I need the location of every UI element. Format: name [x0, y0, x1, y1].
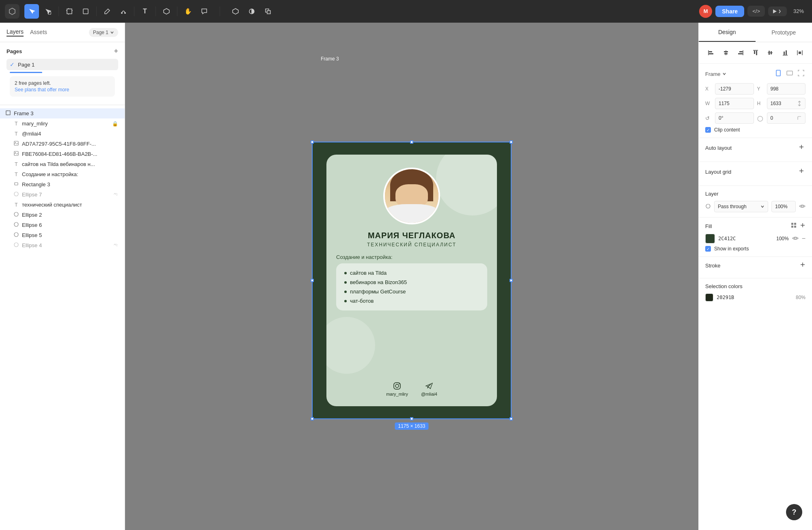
clip-content-checkbox[interactable]: ✓ — [705, 127, 711, 133]
rot-row: ↺ 0° ◯ 0 — [705, 112, 806, 124]
layout-grid-header: Layout grid — [705, 167, 806, 177]
separator5 — [177, 6, 177, 16]
x-input[interactable]: -1279 — [715, 83, 754, 95]
fill-title: Fill — [705, 223, 712, 229]
align-middle-v-btn[interactable] — [764, 47, 776, 58]
share-button[interactable]: Share — [715, 6, 744, 17]
fill-color-swatch[interactable] — [705, 234, 715, 243]
frame-dropdown[interactable]: Frame — [705, 71, 726, 77]
layer-img1[interactable]: AD7A7297-95C5-41F8-98FF-... — [0, 139, 125, 149]
layer-visibility-btn[interactable] — [799, 203, 806, 210]
pen-tool[interactable] — [100, 4, 114, 19]
align-left-btn[interactable] — [705, 47, 717, 58]
user-avatar[interactable]: M — [699, 5, 712, 18]
add-auto-layout-btn[interactable] — [797, 143, 806, 153]
distribute-h-btn[interactable] — [794, 47, 806, 58]
layer-tool[interactable] — [261, 4, 275, 19]
align-right-btn[interactable] — [735, 47, 746, 58]
layer-opacity-input[interactable]: 100% — [771, 201, 796, 212]
layer-rect3[interactable]: Rectangle 3 — [0, 179, 125, 190]
tab-layers[interactable]: Layers — [6, 28, 24, 37]
add-layout-grid-btn[interactable] — [797, 167, 806, 177]
layer-ellipse7[interactable]: Ellipse 7 — [0, 190, 125, 200]
svg-rect-7 — [83, 9, 88, 14]
contrast-tool[interactable] — [244, 4, 259, 19]
portrait-icon[interactable] — [774, 69, 783, 79]
layer-mode-select[interactable]: Pass through — [714, 201, 768, 212]
show-exports-checkbox[interactable]: ✓ — [705, 246, 711, 252]
layer-img2[interactable]: FBE76084-ED81-466B-BA2B-... — [0, 149, 125, 159]
canvas-area[interactable]: Frame 3 МАРИЯ ЧЕГЛАКОВА технический спец… — [125, 23, 698, 530]
layout-grid-title: Layout grid — [705, 169, 731, 175]
bullet-icon4 — [344, 300, 347, 302]
components-tool[interactable] — [159, 4, 174, 19]
tab-prototype[interactable]: Prototype — [756, 23, 812, 42]
logo-icon[interactable] — [5, 4, 19, 19]
layer-ellipse4[interactable]: Ellipse 4 — [0, 240, 125, 250]
check-icon: ✓ — [706, 128, 710, 132]
zoom-level[interactable]: 32% — [790, 8, 807, 14]
w-input[interactable]: 1175 — [715, 98, 754, 109]
fill-visibility-btn[interactable] — [792, 236, 799, 242]
frame-tool[interactable] — [62, 4, 77, 19]
text-tool[interactable]: T — [138, 4, 152, 19]
svg-rect-65 — [791, 223, 793, 225]
resize-icon[interactable] — [797, 69, 806, 79]
layer-ellipse5[interactable]: Ellipse 5 — [0, 230, 125, 240]
corner-input[interactable]: 0 — [767, 112, 806, 124]
svg-rect-66 — [794, 223, 796, 225]
page-item-1[interactable]: ✓ Page 1 — [6, 59, 118, 70]
layer-creation[interactable]: T Создание и настройка: — [0, 169, 125, 179]
layer-ellipse6[interactable]: Ellipse 6 — [0, 220, 125, 230]
fill-color-hex[interactable]: 2C412C — [718, 236, 769, 241]
layer-name: Ellipse 5 — [22, 232, 118, 238]
right-panel-tabs: Design Prototype — [699, 23, 812, 42]
ellipse-icon5 — [13, 242, 19, 248]
y-input[interactable]: 998 — [767, 83, 806, 95]
select-tool[interactable] — [24, 4, 39, 19]
help-button[interactable]: ? — [786, 504, 802, 520]
sel-color-hex[interactable]: 20291B — [717, 295, 793, 300]
landscape-icon[interactable] — [785, 69, 794, 79]
tab-design[interactable]: Design — [699, 23, 756, 42]
align-center-h-btn[interactable] — [720, 47, 732, 58]
hand-tool[interactable]: ✋ — [181, 4, 195, 19]
comment-tool[interactable] — [197, 4, 212, 19]
h-input[interactable]: 1633 — [767, 98, 806, 109]
pen-tool2[interactable] — [116, 4, 131, 19]
boolean-tool[interactable] — [228, 4, 243, 19]
svg-point-9 — [124, 12, 126, 14]
layer-ellipse2[interactable]: Ellipse 2 — [0, 210, 125, 220]
fill-opacity-value[interactable]: 100% — [773, 236, 789, 241]
add-stroke-btn[interactable] — [800, 262, 806, 269]
page-selector[interactable]: Page 1 — [89, 28, 118, 37]
main-layout: Layers Assets Page 1 Pages + ✓ Page 1 2 … — [0, 23, 812, 530]
layer-techspec[interactable]: T технический специалист — [0, 200, 125, 210]
sel-color-swatch[interactable] — [705, 293, 713, 302]
plans-link[interactable]: See plans that offer more — [15, 87, 110, 93]
rot-input[interactable]: 0° — [715, 112, 754, 124]
layer-frame3[interactable]: Frame 3 — [0, 108, 125, 118]
layer-mary-mliry[interactable]: T mary_mliry 🔒 — [0, 118, 125, 129]
page-indicator — [10, 72, 42, 73]
toolbar: T ✋ M Share </> 32% — [0, 0, 812, 23]
svg-point-63 — [706, 204, 710, 208]
add-fill-btn[interactable] — [800, 222, 806, 230]
shape-tool[interactable] — [78, 4, 93, 19]
align-top-btn[interactable] — [750, 47, 761, 58]
svg-rect-68 — [794, 226, 796, 228]
layer-services-list[interactable]: T сайтов на Tilda вебинаров н... — [0, 159, 125, 169]
frame-wrapper[interactable]: МАРИЯ ЧЕГЛАКОВА технический специалист С… — [313, 142, 511, 418]
add-page-button[interactable]: + — [114, 47, 118, 56]
remove-fill-btn[interactable]: − — [802, 235, 806, 242]
tab-assets[interactable]: Assets — [30, 29, 47, 36]
fill-row: 2C412C 100% − — [705, 234, 806, 243]
layer-mode-icon — [705, 203, 711, 210]
fill-grid-icon[interactable] — [791, 222, 797, 230]
play-button[interactable] — [768, 6, 787, 16]
separator3 — [134, 6, 134, 16]
align-bottom-btn[interactable] — [780, 47, 791, 58]
layer-mliai4[interactable]: T @mliai4 — [0, 129, 125, 139]
code-button[interactable]: </> — [747, 6, 765, 17]
select-tool-group[interactable] — [41, 4, 55, 19]
